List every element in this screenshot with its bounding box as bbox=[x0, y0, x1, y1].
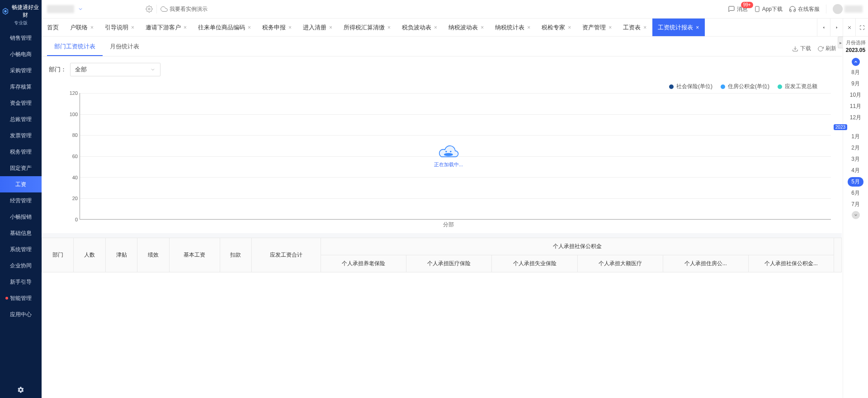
tab-close-icon[interactable]: × bbox=[568, 24, 571, 31]
month-item[interactable]: 5月 bbox=[848, 177, 863, 187]
settings-icon[interactable] bbox=[146, 5, 153, 13]
sidebar-item[interactable]: 销售管理 bbox=[0, 30, 42, 46]
tab[interactable]: 税负波动表× bbox=[396, 19, 443, 36]
tab-close-icon[interactable]: × bbox=[131, 24, 134, 31]
month-item[interactable]: 11月 bbox=[846, 102, 865, 111]
sidebar-item[interactable]: 发票管理 bbox=[0, 127, 42, 144]
content: 部门工资统计表月份统计表 下载 刷新 部门： bbox=[42, 37, 868, 398]
refresh-button[interactable]: 刷新 bbox=[817, 45, 836, 52]
table-header-cell: 绩效 bbox=[137, 238, 169, 272]
tab-close-icon[interactable]: × bbox=[434, 24, 437, 31]
month-scroll-down[interactable] bbox=[852, 211, 860, 219]
legend-item[interactable]: 应发工资总额 bbox=[778, 83, 817, 90]
tab[interactable]: 税检专家× bbox=[536, 19, 577, 36]
sidebar-item[interactable]: 企业协同 bbox=[0, 258, 42, 274]
tab-close-icon[interactable]: × bbox=[184, 24, 187, 31]
sidebar-item[interactable]: 系统管理 bbox=[0, 241, 42, 258]
tab[interactable]: 邀请下游客户× bbox=[140, 19, 193, 36]
month-item[interactable]: 9月 bbox=[848, 79, 863, 89]
month-item[interactable]: 6月 bbox=[848, 188, 863, 198]
tab[interactable]: 户联络× bbox=[65, 19, 99, 36]
sidebar-item[interactable]: 小畅报销 bbox=[0, 209, 42, 225]
year-tag: 2023 bbox=[834, 124, 847, 130]
tab-close-icon[interactable]: × bbox=[90, 24, 94, 31]
tab-label: 纳税统计表 bbox=[495, 23, 524, 32]
tabs-scroll-left[interactable] bbox=[817, 19, 830, 37]
subtab[interactable]: 月份统计表 bbox=[103, 38, 146, 56]
tab[interactable]: 纳税统计表× bbox=[490, 19, 536, 36]
tab-close-icon[interactable]: × bbox=[288, 24, 292, 31]
tab-close-icon[interactable]: × bbox=[609, 24, 612, 31]
tab[interactable]: 首页 bbox=[42, 19, 65, 36]
svg-point-0 bbox=[5, 10, 6, 12]
subtab[interactable]: 部门工资统计表 bbox=[47, 38, 103, 56]
sidebar-item[interactable]: 资金管理 bbox=[0, 95, 42, 111]
fullscreen-button[interactable] bbox=[855, 19, 868, 37]
tab[interactable]: 引导说明× bbox=[99, 19, 140, 36]
sidebar-item[interactable]: 固定资产 bbox=[0, 160, 42, 176]
brand-name: 畅捷通好业财 bbox=[11, 4, 40, 19]
department-select[interactable]: 全部 bbox=[70, 63, 160, 76]
tab[interactable]: 所得税汇算清缴× bbox=[338, 19, 396, 36]
tab-close-icon[interactable]: × bbox=[643, 24, 646, 31]
month-item[interactable]: 2月 bbox=[848, 143, 863, 153]
table-header-cell: 个人承担失业保险 bbox=[492, 255, 577, 272]
table-wrap[interactable]: 部门人数津贴绩效基本工资扣款应发工资合计个人承担社保公积金 个人承担养老保险个人… bbox=[42, 233, 842, 272]
message-icon bbox=[728, 5, 735, 13]
company-selector[interactable] bbox=[47, 5, 142, 13]
tab-close-icon[interactable]: × bbox=[527, 24, 530, 31]
tab[interactable]: 进入清册× bbox=[297, 19, 338, 36]
online-service-button[interactable]: 在线客服 bbox=[789, 5, 820, 13]
month-item[interactable]: 12月 bbox=[846, 113, 865, 122]
sidebar-item[interactable]: 工资 bbox=[0, 176, 42, 192]
sidebar-item[interactable]: 智能管理 bbox=[0, 290, 42, 306]
sidebar-item[interactable]: 小畅电商 bbox=[0, 46, 42, 62]
month-item[interactable]: 4月 bbox=[848, 166, 863, 175]
demo-link[interactable]: 我要看实例演示 bbox=[160, 5, 208, 13]
tab-close-icon[interactable]: × bbox=[481, 24, 484, 31]
download-button[interactable]: 下载 bbox=[792, 45, 811, 52]
month-item[interactable]: 8月 bbox=[848, 68, 863, 77]
legend-dot-icon bbox=[721, 84, 725, 89]
chevron-up-icon bbox=[854, 60, 858, 64]
month-item[interactable]: 1月 bbox=[848, 132, 863, 141]
sidebar-item[interactable]: 总账管理 bbox=[0, 111, 42, 127]
legend-item[interactable]: 住房公积金(单位) bbox=[721, 83, 769, 90]
tab[interactable]: 纳税波动表× bbox=[443, 19, 490, 36]
sidebar-item[interactable]: 税务管理 bbox=[0, 144, 42, 160]
tab-close-icon[interactable]: × bbox=[696, 24, 699, 31]
nav-settings[interactable] bbox=[0, 382, 42, 398]
tab-close-icon[interactable]: × bbox=[387, 24, 391, 31]
tab-label: 资产管理 bbox=[582, 23, 606, 32]
tab[interactable]: 工资统计报表× bbox=[652, 19, 705, 36]
month-panel-collapse[interactable]: ▸ bbox=[838, 37, 843, 48]
tab-close-icon[interactable]: × bbox=[329, 24, 332, 31]
sidebar-item-label: 新手引导 bbox=[10, 278, 32, 286]
tab-close-icon[interactable]: × bbox=[248, 24, 251, 31]
legend-item[interactable]: 社会保险(单位) bbox=[669, 83, 712, 90]
messages-button[interactable]: 消息 99+ bbox=[728, 5, 748, 13]
tab[interactable]: 往来单位商品编码× bbox=[193, 19, 257, 36]
tab[interactable]: 工资表× bbox=[618, 19, 652, 36]
sidebar-item[interactable]: 采购管理 bbox=[0, 62, 42, 79]
user-menu[interactable] bbox=[833, 4, 863, 14]
tabs-scroll-right[interactable] bbox=[830, 19, 843, 37]
filter-label: 部门： bbox=[49, 66, 66, 74]
month-item[interactable]: 3月 bbox=[848, 155, 863, 164]
sidebar-item[interactable]: 基础信息 bbox=[0, 225, 42, 241]
brand-edition: 专业版 bbox=[2, 20, 40, 26]
grid-line bbox=[80, 135, 831, 136]
month-item[interactable]: 7月 bbox=[848, 200, 863, 209]
legend-label: 住房公积金(单位) bbox=[728, 83, 769, 90]
chart-legend: 社会保险(单位)住房公积金(单位)应发工资总额 bbox=[52, 83, 831, 93]
sidebar-item[interactable]: 应用中心 bbox=[0, 306, 42, 323]
sidebar-item[interactable]: 经营管理 bbox=[0, 192, 42, 209]
tab[interactable]: 税务申报× bbox=[257, 19, 297, 36]
sidebar-item[interactable]: 库存核算 bbox=[0, 79, 42, 95]
tab[interactable]: 资产管理× bbox=[577, 19, 618, 36]
app-download-button[interactable]: App下载 bbox=[754, 5, 783, 13]
sidebar-item[interactable]: 新手引导 bbox=[0, 274, 42, 290]
month-item[interactable]: 10月 bbox=[846, 90, 865, 100]
month-scroll-up[interactable] bbox=[852, 58, 860, 66]
tabs-close-all[interactable] bbox=[843, 19, 855, 37]
